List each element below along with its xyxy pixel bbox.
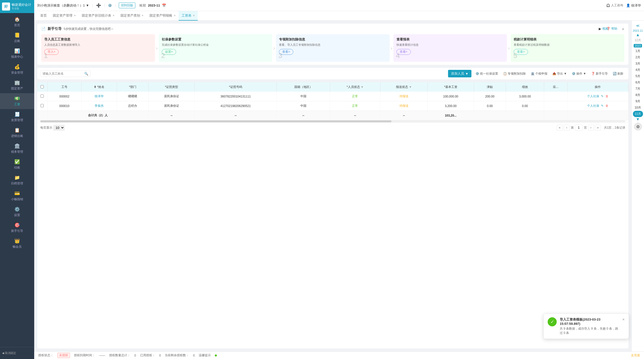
cal-month-6[interactable]: 6月 [633,79,643,86]
tab-category[interactable]: 固定资产类别 × [117,11,146,21]
cal-prev-year-btn[interactable]: ▲ [636,33,640,37]
sidebar-item-archive[interactable]: 📁 归档管理 [0,172,34,188]
calendar-icon[interactable]: 📅 [162,4,166,7]
cal-next-year-btn[interactable]: ▼ [636,117,640,122]
sidebar-item-fixed-assets[interactable]: 🏢 固定资产 [0,77,34,93]
sidebar-item-funds[interactable]: 💰 资金管理 [0,62,34,77]
switch-version-btn[interactable]: 切到旧版 [119,3,135,8]
row2-name-link[interactable]: 李俊杰 [95,104,104,108]
cal-month-3[interactable]: 3月 [633,61,643,67]
row2-checkbox[interactable] [41,104,44,107]
help-btn[interactable]: 🎧 人工咨询 [606,3,623,8]
user-menu[interactable]: 👤 徐泽华 [626,3,641,8]
row1-name-link[interactable]: 徐泽华 [95,94,104,98]
first-page-btn[interactable]: « [557,125,563,131]
row2-allowance: 0.00 [474,101,506,111]
refresh-icon: 🔄 [613,72,617,75]
sidebar-label-reports: 报表中心 [11,55,23,59]
cal-month-2[interactable]: 2月 [633,54,643,61]
page-number-input[interactable]: 1 [575,125,583,131]
row1-delete-icon[interactable]: 🗑 [606,94,609,98]
toast-close-btn[interactable]: × [622,317,625,322]
tab-category-close[interactable]: × [142,14,143,17]
sidebar-item-reports[interactable]: 📊 报表中心 [0,46,34,62]
guide-steps: 导入员工工资信息 人员信息及工资数据新增导入 导入> 1 › 社保参数设置 完成… [41,34,624,62]
sidebar-item-closing[interactable]: ✅ 结账 [0,157,34,172]
tab-depreciation[interactable]: 固定资产折旧统计表 × [79,11,117,21]
cal-month-5[interactable]: 5月 [633,73,643,79]
prev-page-btn[interactable]: ‹ [564,125,570,131]
cal-month-10[interactable]: 10月 [633,105,643,111]
row2-nation: 中国 [277,101,330,111]
row1-edit-icon[interactable]: ✎ [601,94,603,98]
cal-month-4[interactable]: 4月 [633,67,643,73]
person-status-filter-icon[interactable]: ▼ [361,85,364,88]
social-insurance-btn[interactable]: ⚙️ 统一社保设置 [473,71,500,77]
toast-desc: 共 9 条数据，成功导入 9 条，失败 0 条，跳过 0 条 [560,327,619,335]
horizontal-scrollbar[interactable] [40,120,625,122]
tab-home[interactable]: 首页 [37,11,50,21]
add-employee-btn[interactable]: 添加人员 ▼ [448,70,471,77]
charge-btn[interactable]: 去充值 [631,353,640,357]
row2-person-status: 正常 [330,101,380,111]
tab-fixed-assets-close[interactable]: × [74,14,76,17]
guide-close-btn[interactable]: × [622,27,624,32]
sidebar-item-member[interactable]: 👑 畅会员 [0,236,34,251]
social-insurance-label: 统一社保设置 [480,72,498,76]
row2-social-ins-label[interactable]: 个人社保 [587,104,599,108]
tab-depreciation-label: 固定资产折旧统计表 [82,13,111,18]
refresh-btn[interactable]: 🔄 刷新 [611,71,625,77]
cal-extra-btn[interactable]: ⚙ [634,123,642,131]
sidebar-item-purchase[interactable]: 📋 进销台账 [0,125,34,141]
row1-checkbox[interactable] [41,94,44,98]
operations-dropdown-icon: ▼ [583,72,586,75]
tab-fixed-assets[interactable]: 固定资产管理 × [50,11,79,21]
sidebar-item-tax[interactable]: 🏛️ 税务管理 [0,141,34,157]
search-box[interactable]: 🔍 [40,71,91,77]
topbar-settings-icon[interactable]: ⚙️ [108,4,112,7]
sidebar-item-settings[interactable]: ⚙️ 设置 [0,204,34,220]
send-status-filter-icon[interactable]: ▼ [409,85,412,88]
cal-month-9[interactable]: 9月 [633,98,643,105]
sidebar-item-payroll[interactable]: 💵 工资 [0,93,34,109]
sidebar-item-guide[interactable]: 🎯 新手引导 [0,220,34,236]
last-page-btn[interactable]: » [595,125,601,131]
next-page-btn[interactable]: › [588,125,594,131]
tax-report-btn[interactable]: 🏛️ 个税申报 [529,71,549,77]
cal-month-8[interactable]: 8月 [633,92,643,98]
cal-collapse-btn[interactable]: ≪ [636,23,640,29]
tab-payroll[interactable]: 工资表 × [179,11,198,21]
add-account-icon[interactable]: ➕ [96,3,101,8]
funds-icon: 💰 [14,64,20,70]
guide-help-link[interactable]: ❓ 帮助 [607,27,617,31]
guide-title-icon: 📄 [41,27,46,31]
sidebar-item-ledger[interactable]: 📒 总账 [0,30,34,46]
company-selector[interactable]: 刘小艳演示账套（勿删勿动！）1 ▼ [37,3,89,8]
cal-month-11[interactable]: 11月 [633,111,643,117]
sidebar: 好 畅捷通好会计 专业版 🏠 首页 📒 总账 📊 报表中心 💰 资金管理 🏢 固… [0,0,34,359]
cancel-fixed-btn[interactable]: ◀ 取消固定 [0,349,34,357]
tab-payroll-close[interactable]: × [193,14,195,17]
tab-depreciation-close[interactable]: × [113,14,114,17]
row2-edit-icon[interactable]: ✎ [601,104,603,108]
export-btn[interactable]: 📤 导出 ▼ [550,71,569,77]
cal-month-7[interactable]: 7月 [633,86,643,92]
summary-dash2: -- [195,111,277,120]
row1-allowance: 200.00 [474,92,506,101]
sidebar-item-invoice[interactable]: 🧾 发票管理 [0,109,34,125]
row2-delete-icon[interactable]: 🗑 [606,104,609,108]
sidebar-item-expense[interactable]: 💳 小畅报销 [0,188,34,204]
tab-detail[interactable]: 固定资产明细账 × [146,11,179,21]
guide-toolbar-btn[interactable]: ❓ 新手引导 [589,71,610,77]
row1-id-num: 360782200104131111 [195,92,277,101]
select-all-checkbox[interactable] [41,85,44,88]
cal-month-12-prev[interactable]: 12月 [633,37,643,43]
tab-detail-close[interactable]: × [174,14,176,17]
operations-btn[interactable]: ⚙️ 操作 ▼ [570,71,588,77]
sidebar-item-home[interactable]: 🏠 首页 [0,14,34,30]
deduction-btn[interactable]: 📋 专项附加扣除 [501,71,528,77]
per-page-dropdown[interactable]: 10 20 50 [53,125,65,131]
row1-social-ins-label[interactable]: 个人社保 [587,94,599,98]
cal-month-1[interactable]: 1月 [633,48,643,54]
search-input[interactable] [43,72,83,75]
